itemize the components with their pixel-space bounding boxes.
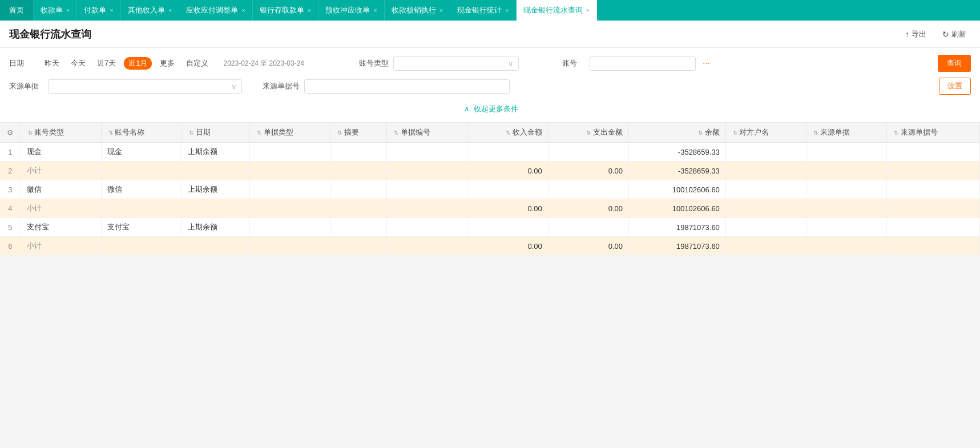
- cell-date: [182, 162, 250, 180]
- tab-close-icon[interactable]: ×: [241, 7, 245, 14]
- cell-expense: [548, 180, 628, 199]
- nav-tab[interactable]: 应收应付调整单×: [179, 0, 252, 21]
- row-num: 1: [0, 143, 21, 162]
- th-doc-no: ⇅ 单据编号: [387, 123, 467, 143]
- tab-close-icon[interactable]: ×: [168, 7, 172, 14]
- query-button[interactable]: 查询: [938, 55, 971, 72]
- cell-doc_no: [387, 180, 467, 199]
- th-doc-type-sort-icon: ⇅: [257, 130, 261, 136]
- nav-tab[interactable]: 首页: [0, 0, 34, 21]
- nav-tab[interactable]: 收款单×: [34, 0, 77, 21]
- th-income: ⇅ 收入金额: [467, 123, 548, 143]
- date-label: 日期: [9, 58, 32, 68]
- row-num: 3: [0, 180, 21, 199]
- tab-close-icon[interactable]: ×: [373, 7, 377, 14]
- th-income-sort-icon: ⇅: [506, 130, 510, 136]
- cell-account_name: 现金: [101, 143, 182, 162]
- tab-close-icon[interactable]: ×: [439, 7, 443, 14]
- cell-doc_no: [387, 199, 467, 218]
- filter-row-source: 来源单据 ∨ 来源单据号 设置: [9, 78, 971, 95]
- tab-close-icon[interactable]: ×: [66, 7, 70, 14]
- tab-close-icon[interactable]: ×: [586, 7, 590, 14]
- export-button[interactable]: ↑ 导出: [901, 27, 931, 42]
- cell-balance: -3528659.33: [629, 143, 726, 162]
- tab-close-icon[interactable]: ×: [308, 7, 311, 14]
- nav-tab[interactable]: 预收冲应收单×: [318, 0, 384, 21]
- export-icon: ↑: [905, 30, 909, 39]
- cell-counterpart: [725, 180, 806, 199]
- cell-doc_type: [250, 143, 330, 162]
- refresh-button[interactable]: ↻ 刷新: [938, 27, 971, 42]
- account-input[interactable]: [595, 59, 691, 68]
- th-doc-no-sort-icon: ⇅: [394, 130, 398, 136]
- collapse-bar[interactable]: ∧ 收起更多条件: [9, 100, 971, 115]
- source-doc-no-input[interactable]: [309, 82, 505, 91]
- th-balance-sort-icon: ⇅: [698, 130, 703, 136]
- cell-doc_no: [387, 143, 467, 162]
- date-options: 昨天今天近7天近1月更多自定义: [41, 57, 212, 70]
- cell-summary: [330, 180, 387, 199]
- tab-close-icon[interactable]: ×: [505, 7, 509, 14]
- nav-tab[interactable]: 其他收入单×: [121, 0, 179, 21]
- nav-tab[interactable]: 付款单×: [77, 0, 120, 21]
- date-option-button[interactable]: 昨天: [41, 57, 63, 70]
- source-doc-chevron-icon: ∨: [231, 82, 237, 91]
- cell-doc_type: [250, 180, 330, 199]
- cell-summary: [330, 143, 387, 162]
- th-counterpart-sort-icon: ⇅: [733, 130, 737, 136]
- cell-account_type: 微信: [21, 180, 101, 199]
- cell-income: [467, 143, 548, 162]
- setting-button[interactable]: 设置: [939, 78, 971, 95]
- table-gear-icon[interactable]: ⚙: [7, 128, 14, 137]
- account-dots-button[interactable]: ···: [700, 58, 712, 68]
- cell-account_name: [101, 237, 182, 256]
- source-doc-select[interactable]: ∨: [48, 79, 242, 94]
- nav-tab[interactable]: 收款核销执行×: [385, 0, 450, 21]
- cell-income: 0.00: [467, 237, 548, 256]
- cell-source_doc_no: [887, 143, 980, 162]
- cell-income: 0.00: [467, 162, 548, 180]
- th-date: ⇅ 日期: [182, 123, 250, 143]
- tab-close-icon[interactable]: ×: [110, 7, 113, 14]
- nav-tab[interactable]: 现金银行统计×: [450, 0, 516, 21]
- page-header: 现金银行流水查询 ↑ 导出 ↻ 刷新: [0, 21, 980, 48]
- row-num: 6: [0, 237, 21, 256]
- filter-area: 日期 昨天今天近7天近1月更多自定义 2023-02-24 至 2023-03-…: [0, 48, 980, 123]
- cell-account_type: 小计: [21, 162, 101, 180]
- cell-account_type: 支付宝: [21, 218, 101, 237]
- cell-source_doc_no: [887, 218, 980, 237]
- collapse-label: 收起更多条件: [474, 104, 518, 113]
- cell-source_doc: [806, 180, 887, 199]
- th-account-name: ⇅ 账号名称: [101, 123, 182, 143]
- th-balance: ⇅ 余额: [629, 123, 726, 143]
- th-summary: ⇅ 摘要: [330, 123, 387, 143]
- cell-account_type: 小计: [21, 199, 101, 218]
- th-account-name-sort-icon: ⇅: [108, 130, 113, 136]
- export-label: 导出: [912, 29, 926, 39]
- cell-date: [182, 199, 250, 218]
- cell-doc_type: [250, 199, 330, 218]
- date-option-button[interactable]: 近7天: [94, 57, 119, 70]
- date-option-button[interactable]: 近1月: [124, 57, 152, 70]
- date-option-button[interactable]: 自定义: [183, 57, 212, 70]
- row-num: 2: [0, 162, 21, 180]
- nav-tab[interactable]: 银行存取款单×: [253, 0, 318, 21]
- table-header-row: ⚙ ⇅ 账号类型 ⇅ 账号名称 ⇅ 日期 ⇅ 单据类型 ⇅ 摘要 ⇅ 单据编号 …: [0, 123, 980, 143]
- cell-income: [467, 180, 548, 199]
- nav-tab[interactable]: 现金银行流水查询×: [517, 0, 597, 21]
- table-body: 1现金现金上期余额-3528659.332小计0.000.00-3528659.…: [0, 143, 980, 256]
- date-option-button[interactable]: 今天: [67, 57, 89, 70]
- cell-balance: 100102606.60: [629, 199, 726, 218]
- date-option-button[interactable]: 更多: [156, 57, 178, 70]
- cell-balance: 19871073.60: [629, 237, 726, 256]
- table-header: ⚙ ⇅ 账号类型 ⇅ 账号名称 ⇅ 日期 ⇅ 单据类型 ⇅ 摘要 ⇅ 单据编号 …: [0, 123, 980, 143]
- cell-summary: [330, 162, 387, 180]
- row-num: 5: [0, 218, 21, 237]
- cell-doc_no: [387, 237, 467, 256]
- th-date-sort-icon: ⇅: [189, 130, 193, 136]
- cell-date: 上期余额: [182, 218, 250, 237]
- cell-doc_no: [387, 162, 467, 180]
- cell-income: [467, 218, 548, 237]
- refresh-label: 刷新: [951, 29, 966, 39]
- account-type-select[interactable]: ∨: [393, 56, 519, 71]
